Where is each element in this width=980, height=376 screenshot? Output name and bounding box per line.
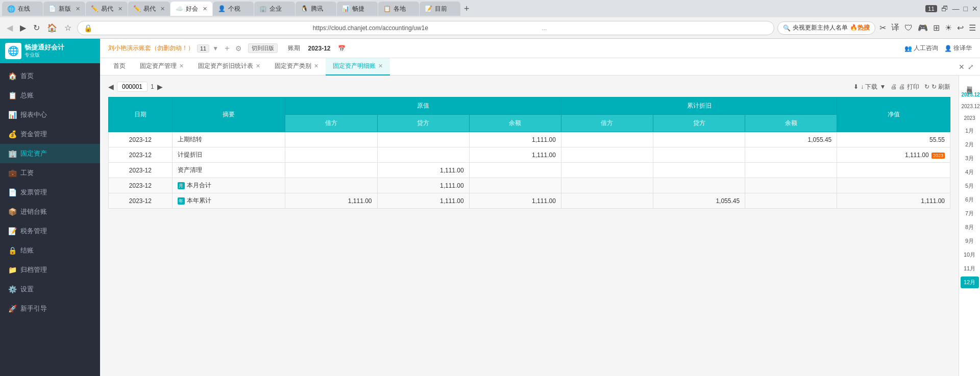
tab-yidai1[interactable]: ✏️ 易代 ✕ [86,2,128,16]
settings-icon: ⚙️ [8,285,16,293]
refresh-button[interactable]: ↻ ↻ 刷新 [924,83,950,91]
sidebar-item-invoice[interactable]: 📄 发票管理 [0,183,100,202]
toolbar-right: 🔍 央视更新主持人名单 🔥热搜 ✂ 译 🛡 🎮 ⊞ ☀ ↩ ☰ [777,21,976,35]
period-item-feb[interactable]: 2月 [961,139,979,151]
period-item-mar[interactable]: 3月 [961,153,979,164]
period-item-apr[interactable]: 4月 [961,166,979,178]
period-item-jul[interactable]: 7月 [961,208,979,219]
sidebar-item-payroll[interactable]: 💼 工资 [0,163,100,183]
minimize-window-icon[interactable]: — [952,5,960,13]
period-item-nov[interactable]: 11月 [961,263,979,274]
menu-icon[interactable]: ☰ [969,23,976,33]
row4-accum-debit [561,178,653,193]
period-item-oct[interactable]: 10月 [961,249,979,261]
help-button[interactable]: 👥 人工咨询 [904,44,938,53]
bookmark-button[interactable]: ☆ [62,22,74,34]
tab-close-fixed-asset-mgmt[interactable]: ✕ [179,63,184,69]
grid-icon[interactable]: ⊞ [933,23,940,33]
sidebar-item-settings[interactable]: ⚙️ 设置 [0,280,100,299]
sidebar-item-closing[interactable]: 🔒 结账 [0,241,100,260]
sidebar-item-funds-label: 资金管理 [20,130,47,139]
tab-close-asset-detail[interactable]: ✕ [378,63,383,69]
settings-small-icon[interactable]: ⚙ [235,44,242,53]
scissors-icon[interactable]: ✂ [879,23,886,33]
tab-haohui[interactable]: ☁️ 好会 ✕ [170,2,212,16]
tab-xinban[interactable]: 📄 新版 ✕ [43,2,85,16]
tab-asset-detail[interactable]: 固定资产明细账 ✕ [326,58,390,76]
sun-icon[interactable]: ☀ [945,23,952,33]
tab-home[interactable]: 首页 [106,58,133,76]
tab-tengxun[interactable]: 🐧 腾讯 [296,2,336,16]
sidebar-item-purchase-sales[interactable]: 📦 进销台账 [0,202,100,221]
user-profile-button[interactable]: 👤 徐译华 [944,44,972,53]
period-item-jun[interactable]: 6月 [961,194,979,206]
restore-icon[interactable]: 🗗 [941,5,948,13]
close-window-icon[interactable]: ✕ [972,5,978,13]
shield-icon[interactable]: 🛡 [904,23,913,33]
ledger-table: 日期 摘要 原值 累计折旧 净值 借方 贷方 余额 借方 [108,97,950,209]
calendar-icon[interactable]: 📅 [338,45,346,52]
game-icon[interactable]: 🎮 [918,23,928,33]
period-item-sep[interactable]: 9月 [961,235,979,247]
sidebar-item-guide[interactable]: 🚀 新手引导 [0,299,100,318]
download-dropdown-icon[interactable]: ▼ [879,83,886,90]
tab-asset-category[interactable]: 固定资产类别 ✕ [267,58,326,76]
period-item-dec[interactable]: 12月 [961,277,979,288]
tab-close-yidai2[interactable]: ✕ [160,6,165,12]
row1-accum-credit [653,132,745,147]
undo-icon[interactable]: ↩ [957,23,964,33]
next-page-button[interactable]: ▶ [157,83,163,91]
tab-geshui[interactable]: 👤 个税 [213,2,254,16]
close-all-tabs-icon[interactable]: ✕ [959,63,965,71]
period-item-2023-12-1[interactable]: 2023.12 [961,90,979,99]
tab-close-yidai1[interactable]: ✕ [118,6,122,12]
reload-button[interactable]: ↻ [31,22,42,34]
print-label: 🖨 打印 [899,83,919,91]
switch-to-old-button[interactable]: 切到旧版 [248,43,278,53]
sidebar-item-tax[interactable]: 📝 税务管理 [0,221,100,241]
search-box[interactable]: 🔍 央视更新主持人名单 🔥热搜 [777,21,875,35]
translate-icon[interactable]: 译 [891,22,899,33]
forward-button[interactable]: ▶ [17,22,29,34]
back-button[interactable]: ◀ [4,22,15,34]
download-button[interactable]: ⬇ ↓ 下载 ▼ [853,83,886,91]
sidebar-item-funds[interactable]: 💰 资金管理 [0,124,100,144]
sidebar-item-reports[interactable]: 📊 报表中心 [0,105,100,124]
tab-close-asset-category[interactable]: ✕ [314,63,318,69]
account-selector[interactable]: 刘小艳演示账套（勿删勿动！） 11 ▼ [108,44,218,53]
add-account-button[interactable]: + [225,44,229,53]
tab-close-haohui[interactable]: ✕ [203,6,207,12]
tab-changjie[interactable]: 📊 畅捷 [337,2,378,16]
tab-depreciation-stats[interactable]: 固定资产折旧统计表 ✕ [191,58,267,76]
sidebar-title-block: 畅捷通好会计 专业版 [24,43,64,59]
row3-orig-credit: 1,111.00 [377,163,469,178]
period-item-jan[interactable]: 1月 [961,125,979,137]
prev-page-button[interactable]: ◀ [108,83,114,91]
tab-zaixian[interactable]: 🌐 在线 [2,2,43,16]
expand-tab-icon[interactable]: ⤢ [968,63,974,71]
period-item-year[interactable]: 2023 [961,113,979,123]
period-item-2023-12-2[interactable]: 2023.12 [961,102,979,111]
row4-orig-balance [469,178,561,193]
sidebar-item-archive[interactable]: 📁 归档管理 [0,260,100,280]
sidebar-item-ledger[interactable]: 📋 总账 [0,86,100,105]
tab-fixed-asset-mgmt[interactable]: 固定资产管理 ✕ [133,58,191,76]
tab-close-xinban[interactable]: ✕ [76,6,80,12]
maximize-window-icon[interactable]: □ [964,5,968,13]
account-dropdown-icon[interactable]: ▼ [212,45,218,52]
tab-muqian[interactable]: 📝 目前 [420,2,460,16]
home-button[interactable]: 🏠 [44,22,60,34]
print-button[interactable]: 🖨 🖨 打印 [891,83,919,91]
tab-close-depreciation-stats[interactable]: ✕ [256,63,260,69]
sidebar-item-fixed-assets[interactable]: 🏢 固定资产 [0,144,100,163]
address-bar[interactable]: 🔒 https://cloud.chanjet.com/accounting/u… [77,21,774,35]
tab-qiye[interactable]: 🏢 企业 [254,2,295,16]
tab-gedi[interactable]: 📋 各地 [378,2,419,16]
tab-yidai2[interactable]: ✏️ 易代 ✕ [128,2,170,16]
new-tab-button[interactable]: + [461,4,473,14]
sidebar-item-home[interactable]: 🏠 首页 [0,66,100,86]
row4-orig-debit [285,178,377,193]
page-input[interactable] [117,82,148,92]
period-item-may[interactable]: 5月 [961,180,979,192]
period-item-aug[interactable]: 8月 [961,221,979,233]
